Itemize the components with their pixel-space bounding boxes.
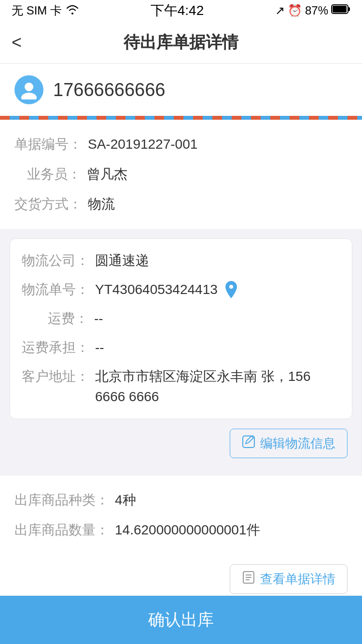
battery-icon (331, 4, 350, 17)
confirm-outbound-label: 确认出库 (148, 609, 214, 631)
freight-value: -- (94, 308, 340, 329)
location-indicator: ↗ (275, 4, 285, 17)
edit-logistics-label: 编辑物流信息 (260, 435, 335, 452)
address-value: 北京市市辖区海淀区永丰南 张，156 6666 6666 (95, 366, 340, 407)
outbound-section: 出库商品种类： 4种 出库商品数量： 14.620000000000001件 (0, 476, 362, 555)
view-detail-label: 查看单据详情 (260, 571, 335, 588)
map-pin-icon[interactable] (223, 281, 240, 298)
status-bar: 无 SIM 卡 下午4:42 ↗ ⏰ 87% (0, 0, 362, 21)
salesman-row: 业务员： 曾凡杰 (14, 164, 348, 184)
freight-bearer-row: 运费承担： -- (22, 337, 340, 358)
order-number-value: SA-20191227-001 (88, 134, 348, 154)
freight-bearer-label: 运费承担： (22, 337, 95, 358)
salesman-value: 曾凡杰 (87, 164, 348, 184)
customer-phone: 17666666666 (53, 80, 165, 100)
logistics-card: 物流公司： 圆通速递 物流单号： YT43064053424413 运费： --… (10, 238, 352, 419)
outbound-quantity-label: 出库商品数量： (14, 520, 115, 540)
edit-logistics-button[interactable]: 编辑物流信息 (230, 429, 348, 458)
carrier-text: 无 SIM 卡 (12, 3, 62, 18)
logistics-company-value: 圆通速递 (95, 251, 340, 271)
order-number-label: 单据编号： (14, 134, 88, 154)
outbound-type-value: 4种 (115, 490, 348, 510)
order-info-section: 单据编号： SA-20191227-001 业务员： 曾凡杰 交货方式： 物流 (0, 120, 362, 229)
section-separator-1 (0, 468, 362, 476)
outbound-quantity-row: 出库商品数量： 14.620000000000001件 (14, 520, 348, 540)
tracking-number-row: 物流单号： YT43064053424413 (22, 280, 340, 300)
svg-point-4 (21, 93, 37, 99)
outbound-type-row: 出库商品种类： 4种 (14, 490, 348, 510)
order-number-row: 单据编号： SA-20191227-001 (14, 134, 348, 154)
status-time: 下午4:42 (151, 1, 204, 20)
wifi-icon (66, 4, 79, 17)
status-left: 无 SIM 卡 (12, 3, 79, 18)
address-label: 客户地址： (22, 366, 95, 387)
edit-icon (242, 435, 255, 452)
view-detail-button[interactable]: 查看单据详情 (230, 564, 348, 594)
logistics-company-label: 物流公司： (22, 251, 95, 271)
document-icon (242, 571, 255, 588)
customer-header: 17666666666 (0, 64, 362, 116)
confirm-outbound-button[interactable]: 确认出库 (0, 596, 362, 644)
outbound-type-label: 出库商品种类： (14, 490, 115, 510)
dashed-divider (0, 116, 362, 120)
svg-rect-1 (348, 7, 350, 11)
edit-logistics-area: 编辑物流信息 (0, 429, 362, 468)
tracking-number-label: 物流单号： (22, 280, 95, 300)
freight-row: 运费： -- (22, 308, 340, 329)
tracking-number-value: YT43064053424413 (95, 280, 340, 300)
outbound-quantity-value: 14.620000000000001件 (115, 520, 348, 540)
freight-bearer-value: -- (95, 337, 340, 358)
address-row: 客户地址： 北京市市辖区海淀区永丰南 张，156 6666 6666 (22, 366, 340, 407)
status-right: ↗ ⏰ 87% (275, 4, 350, 17)
page-title: 待出库单据详情 (124, 31, 238, 54)
nav-bar: < 待出库单据详情 (0, 21, 362, 64)
delivery-method-row: 交货方式： 物流 (14, 194, 348, 214)
alarm-icon: ⏰ (288, 4, 302, 17)
freight-label: 运费： (22, 308, 94, 329)
battery-text: 87% (305, 4, 328, 17)
svg-rect-2 (333, 6, 347, 13)
salesman-label: 业务员： (14, 164, 87, 184)
delivery-method-value: 物流 (88, 194, 348, 214)
logistics-company-row: 物流公司： 圆通速递 (22, 251, 340, 271)
delivery-method-label: 交货方式： (14, 194, 88, 214)
svg-point-3 (25, 83, 33, 91)
person-icon (19, 80, 39, 99)
avatar (14, 75, 43, 104)
back-button[interactable]: < (12, 32, 22, 53)
